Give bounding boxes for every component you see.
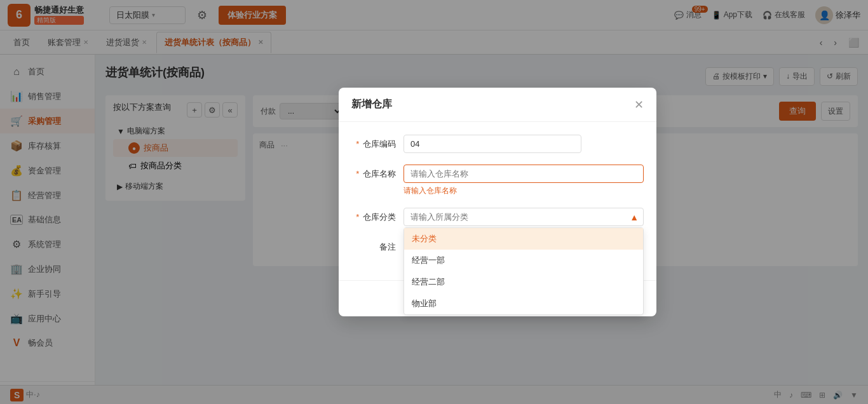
- category-input[interactable]: [403, 208, 644, 226]
- warehouse-name-input[interactable]: [403, 165, 644, 183]
- warehouse-code-input[interactable]: [403, 135, 581, 153]
- category-label: * 仓库分类: [351, 208, 396, 223]
- dropdown-item-property[interactable]: 物业部: [404, 293, 643, 314]
- name-field-wrap: 请输入仓库名称: [403, 165, 644, 196]
- modal-header: 新增仓库 ✕: [339, 88, 656, 122]
- code-label: * 仓库编码: [351, 135, 396, 150]
- required-mark3: *: [356, 212, 359, 222]
- add-warehouse-modal: 新增仓库 ✕ * 仓库编码 * 仓库名称 请输入仓库名称 *: [339, 88, 656, 316]
- note-label: 备注: [351, 238, 396, 253]
- modal-close-button[interactable]: ✕: [634, 99, 644, 111]
- dropdown-item-dept1[interactable]: 经营一部: [404, 250, 643, 271]
- dropdown-item-dept2[interactable]: 经营二部: [404, 271, 643, 293]
- form-row-code: * 仓库编码: [351, 135, 644, 153]
- dropdown-item-uncategorized[interactable]: 未分类: [404, 228, 643, 250]
- form-row-category: * 仓库分类 ▲ 未分类 经营一部 经营二部 物业部: [351, 208, 644, 226]
- form-row-name: * 仓库名称 请输入仓库名称: [351, 165, 644, 196]
- category-dropdown-list: 未分类 经营一部 经营二部 物业部: [403, 227, 644, 315]
- modal-body: * 仓库编码 * 仓库名称 请输入仓库名称 * 仓库分类 ▲: [339, 122, 656, 280]
- required-mark2: *: [356, 169, 359, 178]
- name-error-msg: 请输入仓库名称: [403, 185, 644, 196]
- modal-title: 新增仓库: [351, 98, 392, 111]
- required-mark: *: [356, 139, 359, 149]
- name-label: * 仓库名称: [351, 165, 396, 180]
- category-dropdown: ▲ 未分类 经营一部 经营二部 物业部: [403, 208, 644, 226]
